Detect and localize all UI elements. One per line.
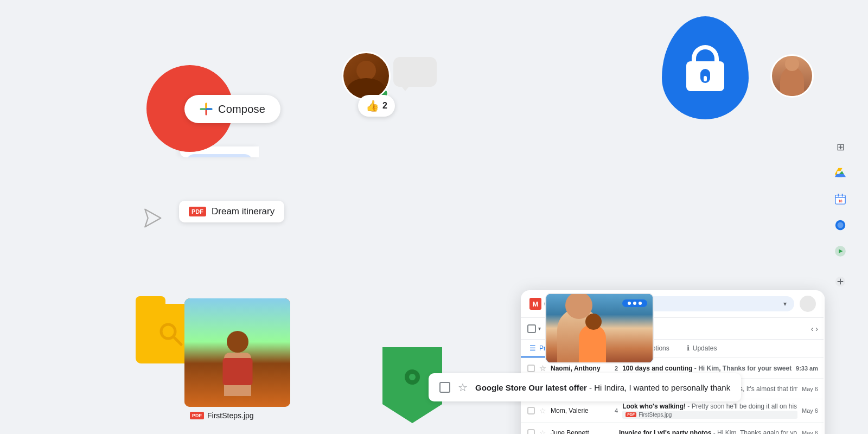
notif-preview: - Hi Indira, I wanted to personally than…	[589, 383, 730, 392]
workspace-grid-icon[interactable]: ⊞	[829, 136, 852, 158]
chat-avatar-main	[342, 52, 391, 100]
email-body: Invoice for Lyd's party photos - Hi Kim,…	[619, 429, 797, 435]
email-count: 2	[615, 365, 618, 372]
video-typing-indicator	[622, 299, 647, 307]
attachment-name: FirstSteps.jpg	[639, 412, 672, 418]
email-from: June Bennett	[551, 429, 610, 435]
workspace-chat-icon[interactable]	[829, 214, 852, 237]
workspace-drive-icon[interactable]	[829, 162, 852, 184]
workspace-calendar-icon[interactable]: 18	[829, 188, 852, 210]
shield-shape	[662, 16, 749, 119]
primary-tab-icon: ☰	[529, 344, 536, 352]
notif-star-icon[interactable]: ☆	[458, 381, 468, 394]
like-emoji-icon: 👍	[366, 99, 379, 112]
star-icon[interactable]: ☆	[539, 429, 546, 435]
notif-brand: Google Store	[475, 383, 526, 392]
file-name: FirstSteps.jpg	[207, 411, 254, 420]
chat-avatar-group	[342, 52, 437, 100]
select-all-checkbox[interactable]	[527, 324, 536, 333]
svg-point-13	[409, 374, 416, 380]
updates-tab-label: Updates	[693, 344, 717, 352]
notif-text: Google Store Our latest offer - Hi Indir…	[475, 383, 730, 392]
attach-pdf-icon: PDF	[626, 412, 636, 417]
photo-thumbnail	[184, 298, 290, 407]
email-row[interactable]: ☆ June Bennett Invoice for Lyd's party p…	[521, 423, 825, 434]
compose-plus-icon	[200, 103, 213, 116]
svg-line-11	[174, 337, 181, 344]
dream-itinerary-label: Dream itinerary	[212, 206, 275, 217]
notif-checkbox[interactable]	[439, 382, 450, 393]
workspace-meet-icon[interactable]	[829, 240, 852, 263]
select-dropdown-icon[interactable]: ▾	[538, 326, 541, 331]
email-checkbox[interactable]	[527, 429, 535, 435]
pagination-nav: ‹ ›	[811, 324, 818, 333]
email-checkbox[interactable]	[527, 365, 535, 372]
security-shield	[662, 16, 749, 119]
file-label: PDF FirstSteps.jpg	[190, 411, 254, 420]
folder-search-icon	[157, 321, 184, 353]
like-count: 2	[382, 101, 387, 111]
email-time: May 6	[802, 386, 818, 392]
like-badge: 👍 2	[358, 95, 395, 117]
pdf-icon: PDF	[189, 207, 206, 216]
svg-marker-4	[145, 209, 161, 227]
email-time: May 6	[802, 407, 818, 414]
star-icon[interactable]: ☆	[539, 364, 546, 373]
video-inner	[546, 294, 653, 362]
gmail-m-icon: M	[529, 298, 541, 310]
email-row[interactable]: ☆ Mom, Valerie 4 Look who's walking! - P…	[521, 399, 825, 423]
file-type-icon: PDF	[190, 412, 204, 419]
email-body: Look who's walking! - Pretty soon he'll …	[622, 403, 797, 410]
send-arrow-icon	[141, 207, 163, 231]
left-compose-button[interactable]: + Compose	[186, 154, 253, 157]
updates-tab-icon: ℹ	[687, 344, 690, 352]
chat-bubble	[393, 57, 437, 87]
gmail-sidebar-right: ⊞	[824, 290, 825, 434]
svg-point-20	[838, 222, 844, 228]
tab-updates[interactable]: ℹ Updates	[678, 340, 726, 358]
workspace-add-icon[interactable]	[829, 270, 852, 293]
gmail-avatar-circle[interactable]	[800, 296, 816, 312]
email-time: May 6	[802, 430, 818, 435]
compose-button[interactable]: Compose	[184, 95, 280, 123]
email-time: 9:33 am	[796, 365, 818, 372]
email-from: Mom, Valerie	[551, 407, 610, 414]
prev-page-button[interactable]: ‹	[811, 324, 814, 333]
next-page-button[interactable]: ›	[815, 324, 818, 333]
svg-text:18: 18	[838, 199, 843, 203]
workspace-sidebar: ⊞ 18	[829, 136, 852, 293]
select-all-area[interactable]: ▾	[527, 324, 541, 333]
email-count: 4	[615, 407, 618, 414]
google-store-notification: ☆ Google Store Our latest offer - Hi Ind…	[429, 373, 741, 401]
search-dropdown-icon[interactable]: ▾	[783, 300, 787, 308]
video-call-thumbnail	[545, 293, 654, 363]
email-from: Naomi, Anthony	[551, 365, 610, 372]
star-icon[interactable]: ☆	[539, 406, 546, 415]
email-checkbox[interactable]	[527, 407, 535, 414]
shield-user-avatar	[770, 54, 814, 98]
dream-itinerary-tag: PDF Dream itinerary	[179, 201, 284, 222]
notif-subject: Our latest offer	[528, 383, 587, 392]
email-attachment: PDF FirstSteps.jpg	[622, 411, 797, 419]
compose-label: Compose	[218, 103, 265, 116]
email-body: 100 days and counting - Hi Kim, Thanks f…	[622, 365, 792, 372]
